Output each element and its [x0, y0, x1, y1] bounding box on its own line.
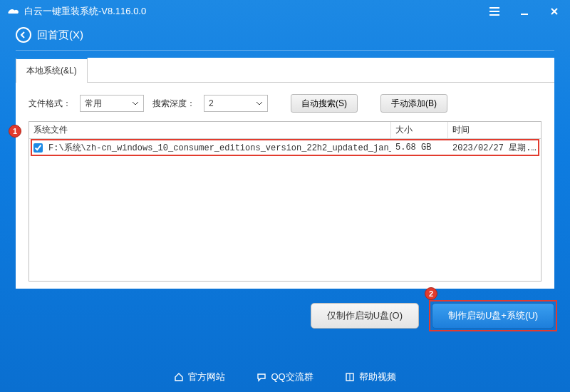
col-header-date[interactable]: 时间	[448, 122, 541, 138]
home-icon	[174, 372, 184, 382]
tab-strip: 本地系统(&L)	[16, 58, 554, 83]
hamburger-icon	[489, 6, 500, 16]
help-video-label: 帮助视频	[359, 371, 396, 383]
help-video-link[interactable]: 帮助视频	[345, 371, 396, 383]
chat-icon	[256, 372, 266, 382]
table-header: 系统文件 大小 时间	[29, 122, 541, 139]
main-panel: 本地系统(&L) 文件格式： 常用 搜索深度： 2 自动搜索(S) 手动添加(B…	[16, 58, 554, 289]
make-usb-only-button[interactable]: 仅制作启动U盘(O)	[311, 303, 419, 329]
annotation-badge-2: 2	[425, 287, 437, 300]
manual-add-label: 手动添加(B)	[391, 98, 437, 110]
file-format-select[interactable]: 常用	[80, 95, 144, 112]
row-file-path: F:\系统\zh-cn_windows_10_consumer_editions…	[48, 142, 391, 154]
auto-search-label: 自动搜索(S)	[301, 98, 347, 110]
minimize-button[interactable]	[516, 3, 533, 20]
close-icon	[549, 6, 559, 16]
filter-controls: 文件格式： 常用 搜索深度： 2 自动搜索(S) 手动添加(B)	[16, 83, 554, 121]
search-depth-select[interactable]: 2	[204, 95, 268, 112]
back-arrow-icon	[16, 27, 31, 43]
make-usb-and-system-label: 制作启动U盘+系统(U)	[448, 309, 538, 322]
tab-local-system-label: 本地系统(&L)	[26, 66, 77, 76]
official-site-label: 官方网站	[188, 371, 225, 383]
search-depth-label: 搜索深度：	[152, 98, 195, 110]
back-home-button[interactable]: 回首页(X)	[16, 27, 83, 43]
row-date: 2023/02/27 星期...	[448, 142, 541, 154]
row-size: 5.68 GB	[391, 143, 448, 153]
system-files-table: 系统文件 大小 时间 F:\系统\zh-cn_windows_10_consum…	[28, 121, 542, 282]
action-buttons: 仅制作启动U盘(O) 制作启动U盘+系统(U) 2	[0, 289, 570, 329]
search-depth-value: 2	[209, 98, 214, 108]
annotation-badge-1: 1	[9, 125, 21, 138]
manual-add-button[interactable]: 手动添加(B)	[380, 94, 447, 113]
col-header-size[interactable]: 大小	[391, 122, 448, 138]
qq-group-link[interactable]: QQ交流群	[256, 371, 313, 383]
official-site-link[interactable]: 官方网站	[174, 371, 225, 383]
qq-group-label: QQ交流群	[271, 371, 313, 383]
title-bar: 白云一键重装系统-V8.116.0.0	[0, 0, 570, 23]
app-logo-icon	[7, 5, 20, 18]
table-row[interactable]: F:\系统\zh-cn_windows_10_consumer_editions…	[29, 139, 541, 156]
chevron-down-icon	[256, 101, 263, 105]
auto-search-button[interactable]: 自动搜索(S)	[291, 94, 358, 113]
make-usb-only-label: 仅制作启动U盘(O)	[327, 309, 403, 322]
footer-links: 官方网站 QQ交流群 帮助视频	[0, 371, 570, 383]
file-format-value: 常用	[85, 98, 102, 110]
book-icon	[345, 372, 355, 382]
close-button[interactable]	[546, 3, 563, 20]
back-home-label: 回首页(X)	[37, 29, 83, 42]
make-usb-and-system-button[interactable]: 制作启动U盘+系统(U)	[432, 303, 554, 329]
row-checkbox[interactable]	[33, 143, 43, 153]
app-title: 白云一键重装系统-V8.116.0.0	[24, 5, 146, 18]
tab-local-system[interactable]: 本地系统(&L)	[16, 58, 88, 83]
chevron-down-icon	[132, 101, 139, 105]
file-format-label: 文件格式：	[28, 98, 71, 110]
col-header-file[interactable]: 系统文件	[29, 122, 391, 138]
minimize-icon	[519, 6, 529, 16]
menu-button[interactable]	[486, 3, 503, 20]
divider	[16, 50, 554, 51]
